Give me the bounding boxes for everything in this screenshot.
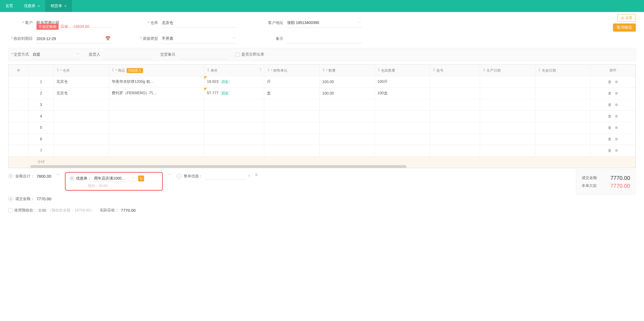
remark-label: 备注 [276,36,283,41]
summary-owe-label: 本单欠款 [582,183,597,188]
coupon-select[interactable]: 周年店庆满1000… ﹀ [93,175,136,182]
help-icon[interactable]: ? [248,174,250,178]
horizontal-scrollbar[interactable] [30,165,406,168]
delete-row-icon[interactable]: 🗑 [608,80,612,84]
address-label: 客户地址 [268,20,283,25]
coupon-icon: 券 [69,176,74,181]
delete-row-icon[interactable]: 🗑 [608,114,612,118]
tab-home[interactable]: 首页 [0,0,19,12]
remark-input[interactable] [286,34,362,43]
chevron-down-icon: ﹀ [132,176,135,181]
address-select[interactable]: 张阳 18513400390﹀ [286,18,362,28]
deal-icon: ◎ [8,196,13,201]
cancel-logistics-button[interactable]: 取消物流 [613,23,636,32]
table-row[interactable]: 5🗑⊕ [8,122,636,133]
currency-icon: ¥ [8,174,13,179]
instant-out-checkbox[interactable]: 是否立即出库 [235,52,264,57]
equals-icon: = [255,172,258,178]
delivery-note-input[interactable] [178,50,227,59]
tab-coupon[interactable]: 优惠券× [19,0,45,12]
table-row[interactable]: 1北京仓华美华夫软饼1200g 糕…19.923历史斤100.00100斤🗑⊕ [8,76,636,87]
add-row-icon[interactable]: ⊕ [615,148,618,153]
actual-value: 7770.00 [121,208,136,213]
actual-label: 实际应收： [100,208,119,213]
customer-label: 客户 [25,20,33,25]
add-row-icon[interactable]: ⊕ [615,102,618,107]
gear-icon[interactable]: ⚙ [17,68,20,72]
invoice-label: 票据类型 [143,36,158,41]
prepay-hint: （预收款金额：18706.80） [48,208,94,213]
total-label: 金额合计： [15,174,34,179]
add-row-icon[interactable]: ⊕ [615,91,618,95]
close-icon[interactable]: × [38,4,40,8]
warehouse-label: 仓库 [150,20,158,25]
summary-box: 成交金额7770.00 本单欠款7770.00 [576,169,636,195]
chevron-down-icon: ﹀ [76,52,80,57]
add-row-icon[interactable]: ⊕ [615,80,618,84]
warehouse-select[interactable]: 北京仓 [161,18,237,28]
delete-row-icon[interactable]: 🗑 [608,137,612,141]
refresh-coupon-button[interactable]: ↻ [138,175,144,181]
close-icon[interactable]: × [64,4,66,8]
settings-button[interactable]: ⚙ 设置 [617,14,636,22]
delete-row-icon[interactable]: 🗑 [608,102,612,107]
coupon-box: 券 优惠券： 周年店庆满1000… ﹀ ↻ 抵扣：30.00 [65,172,163,191]
delete-row-icon[interactable]: 🗑 [608,91,612,95]
table-row[interactable]: 7🗑⊕ [8,145,636,156]
tab-sales-order[interactable]: 销货单× [45,0,72,12]
items-table: ⚙ ▲▼*仓库 ▲▼*商品扫码录入 ▲▼单价? ▲▼*销售单位 ▲▼*数量 ▲▼… [8,64,636,168]
table-row[interactable]: 4🗑⊕ [8,110,636,122]
due-date-input[interactable]: 2019-12-29📅 [35,34,112,43]
total-value: 7800.00 [37,174,51,178]
delivery-bar: *交货方式 自提﹀ 提货人 交货备注 是否立即出库 [8,48,636,61]
delete-row-icon[interactable]: 🗑 [608,125,612,130]
delete-row-icon[interactable]: 🗑 [608,148,612,153]
receivable-text: 应收：-18639.80 [61,24,89,29]
checkbox-icon [235,52,240,57]
invoice-select[interactable]: 不开票﹀ [161,34,237,43]
summary-owe-value: 7770.00 [610,183,630,189]
tab-bar: 首页 优惠券× 销货单× [0,0,644,12]
help-icon[interactable]: ? [259,68,261,72]
summary-deal-value: 7770.00 [610,175,630,181]
scan-input-button[interactable]: 扫码录入 [127,68,143,73]
delivery-method-label: 交货方式 [14,52,29,56]
order-discount-label: 整单优惠： [184,174,203,179]
order-discount-input[interactable] [205,173,246,180]
chevron-down-icon: ﹀ [233,36,236,41]
table-row[interactable]: 3🗑⊕ [8,99,636,110]
checkbox-icon [8,208,13,213]
add-row-icon[interactable]: ⊕ [615,114,618,118]
due-date-label: 收款到期日 [14,36,33,41]
summary-deal-label: 成交金额 [582,175,597,180]
footer: ¥ 金额合计： 7800.00 — 券 优惠券： 周年店庆满1000… ﹀ ↻ … [0,168,644,195]
deduct-text: 抵扣：30.00 [69,183,158,188]
use-prepay-checkbox[interactable]: 使用预收款： 0.00 （预收款金额：18706.80） [8,208,94,213]
add-row-icon[interactable]: ⊕ [615,125,618,130]
deal-label: 成交金额： [15,196,34,201]
discount-icon: ○ [177,174,181,179]
delivery-method-select[interactable]: 自提﹀ [32,50,81,59]
delivery-note-label: 交货备注 [160,52,175,56]
table-row[interactable]: 2北京仓费列罗（FERRERO）巧…57.777历史盒100.00100盒🗑⊕ [8,87,636,99]
picker-label: 提货人 [89,52,100,56]
form-area: *客户 听乐贸易公司 *仓库 北京仓 客户地址 张阳 18513400390﹀ … [0,12,644,45]
period-badge: 不固定账期 [37,24,59,30]
deal-value: 7770.00 [37,196,51,201]
calendar-icon: 📅 [105,36,111,41]
picker-input[interactable] [103,50,152,59]
add-row-icon[interactable]: ⊕ [615,137,618,141]
chevron-down-icon: ﹀ [358,20,361,25]
table-row[interactable]: 6🗑⊕ [8,133,636,145]
coupon-label: 优惠券： [76,176,91,181]
